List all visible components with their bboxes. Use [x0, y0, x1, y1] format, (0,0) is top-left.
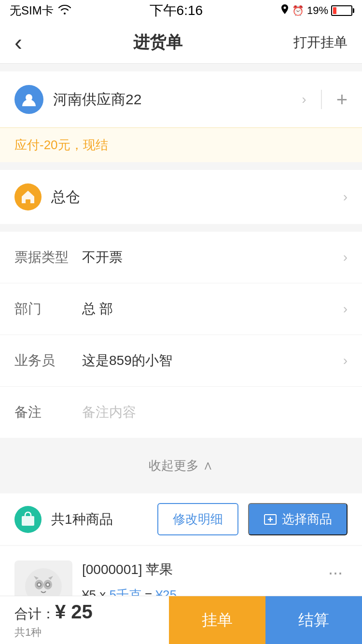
svg-rect-2: [26, 199, 30, 203]
nav-bar: ‹ 进货单 打开挂单: [0, 21, 362, 64]
warehouse-name: 总仓: [51, 187, 343, 207]
supplier-arrow-icon: ›: [302, 92, 306, 107]
open-hang-button[interactable]: 打开挂单: [293, 33, 348, 52]
salesman-label: 业务员: [14, 351, 72, 370]
total-label: 合计：: [14, 605, 55, 623]
status-bar-right: ⏰ 19%: [280, 4, 352, 17]
modify-detail-button[interactable]: 修改明细: [157, 503, 238, 535]
carrier-text: 无SIM卡: [10, 3, 54, 18]
invoice-value: 不开票: [72, 248, 343, 266]
salesman-row[interactable]: 业务员 这是859的小智 ›: [0, 335, 362, 387]
remark-placeholder: 备注内容: [72, 403, 348, 421]
select-product-label: 选择商品: [282, 511, 332, 528]
svg-point-11: [47, 584, 49, 586]
supplier-row[interactable]: 河南供应商22 › +: [0, 71, 362, 127]
bottom-bar: 合计： ¥ 25 共1种 挂单 结算: [0, 596, 362, 644]
warehouse-arrow-icon: ›: [343, 189, 348, 205]
invoice-label: 票据类型: [14, 248, 72, 266]
supplier-divider: [321, 90, 322, 109]
department-arrow-icon: ›: [343, 301, 348, 317]
salesman-arrow-icon: ›: [343, 353, 348, 368]
salesman-value: 这是859的小智: [72, 351, 343, 370]
products-header: 共1种商品 修改明细 选择商品: [0, 493, 362, 545]
products-count: 共1种商品: [51, 510, 148, 529]
warehouse-section: 总仓 ›: [0, 170, 362, 224]
total-section: 合计： ¥ 25 共1种: [0, 601, 169, 640]
status-bar-left: 无SIM卡: [10, 3, 72, 18]
wifi-icon: [57, 4, 72, 17]
invoice-arrow-icon: ›: [343, 250, 348, 265]
remark-label: 备注: [14, 403, 72, 421]
add-supplier-button[interactable]: +: [336, 89, 348, 111]
total-amount: ¥ 25: [55, 601, 93, 623]
supplier-avatar: [14, 85, 43, 114]
alarm-icon: ⏰: [292, 5, 304, 16]
product-name: [0000001] 苹果: [82, 560, 314, 579]
remark-row[interactable]: 备注 备注内容: [0, 387, 362, 438]
product-title: 苹果: [146, 562, 173, 577]
battery-icon: [331, 5, 352, 16]
product-more-button[interactable]: ···: [323, 560, 348, 585]
checkout-button[interactable]: 结算: [265, 596, 362, 644]
page-title: 进货单: [133, 31, 182, 54]
collapse-button[interactable]: 收起更多 ∧: [0, 446, 362, 486]
invoice-type-row[interactable]: 票据类型 不开票 ›: [0, 232, 362, 283]
department-label: 部门: [14, 300, 72, 318]
select-product-button[interactable]: 选择商品: [248, 503, 348, 535]
status-bar: 无SIM卡 下午6:16 ⏰ 19%: [0, 0, 362, 21]
supplier-alert: 应付-20元，现结: [0, 127, 362, 162]
hang-button[interactable]: 挂单: [169, 596, 265, 644]
svg-point-0: [283, 7, 286, 9]
back-button[interactable]: ‹: [14, 29, 22, 56]
form-section: 票据类型 不开票 › 部门 总 部 › 业务员 这是859的小智 › 备注 备注…: [0, 232, 362, 438]
battery-percent: 19%: [307, 4, 328, 17]
department-value: 总 部: [72, 300, 343, 318]
supplier-section: 河南供应商22 › + 应付-20元，现结: [0, 71, 362, 162]
products-icon: [14, 506, 42, 533]
warehouse-icon: [14, 183, 42, 210]
department-row[interactable]: 部门 总 部 ›: [0, 283, 362, 335]
supplier-name: 河南供应商22: [53, 90, 302, 110]
svg-rect-3: [22, 516, 34, 526]
total-line: 合计： ¥ 25: [14, 601, 154, 623]
svg-point-10: [38, 584, 41, 586]
total-count: 共1种: [14, 625, 154, 640]
location-icon: [280, 4, 289, 17]
warehouse-row[interactable]: 总仓 ›: [0, 170, 362, 224]
product-code: [0000001]: [82, 562, 146, 577]
status-bar-time: 下午6:16: [150, 1, 203, 20]
